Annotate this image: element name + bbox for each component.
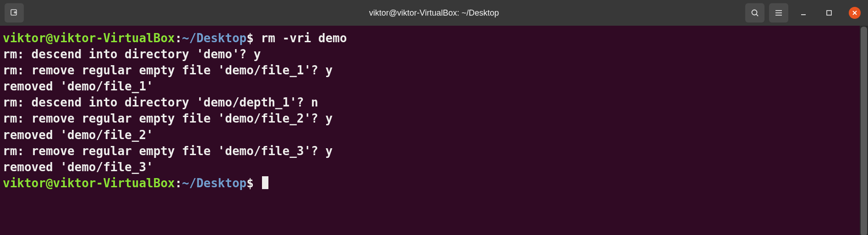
prompt-path: ~/Desktop — [182, 31, 246, 45]
maximize-button[interactable] — [823, 7, 835, 19]
output-line: rm: remove regular empty file 'demo/file… — [3, 62, 857, 78]
output-line: rm: descend into directory 'demo'? y — [3, 46, 857, 62]
titlebar: viktor@viktor-VirtualBox: ~/Desktop — [0, 0, 868, 26]
output-line: removed 'demo/file_2' — [3, 127, 857, 143]
hamburger-menu-button[interactable] — [769, 3, 788, 22]
svg-rect-9 — [827, 11, 831, 15]
scrollbar[interactable] — [860, 26, 868, 235]
output-line: rm: descend into directory 'demo/depth_1… — [3, 95, 857, 111]
output-line: removed 'demo/file_3' — [3, 159, 857, 175]
prompt-line: viktor@viktor-VirtualBox:~/Desktop$ rm -… — [3, 30, 857, 46]
prompt-host: viktor-VirtualBox — [53, 31, 175, 45]
command-text: rm -vri demo — [254, 31, 347, 45]
svg-point-3 — [752, 10, 757, 15]
close-button[interactable] — [849, 7, 861, 19]
cursor — [262, 176, 268, 189]
minimize-button[interactable] — [797, 7, 809, 19]
output-line: removed 'demo/file_1' — [3, 78, 857, 95]
terminal-area: viktor@viktor-VirtualBox:~/Desktop$ rm -… — [0, 26, 868, 235]
output-line: rm: remove regular empty file 'demo/file… — [3, 143, 857, 159]
scrollbar-thumb[interactable] — [861, 27, 867, 235]
prompt-user: viktor — [3, 31, 46, 45]
window-title: viktor@viktor-VirtualBox: ~/Desktop — [369, 8, 499, 18]
output-line: rm: remove regular empty file 'demo/file… — [3, 111, 857, 127]
prompt-symbol: $ — [246, 31, 254, 45]
prompt-line: viktor@viktor-VirtualBox:~/Desktop$ — [3, 175, 857, 191]
terminal[interactable]: viktor@viktor-VirtualBox:~/Desktop$ rm -… — [0, 26, 860, 235]
new-tab-button[interactable] — [5, 3, 24, 22]
svg-line-4 — [756, 14, 758, 16]
search-button[interactable] — [745, 3, 764, 22]
